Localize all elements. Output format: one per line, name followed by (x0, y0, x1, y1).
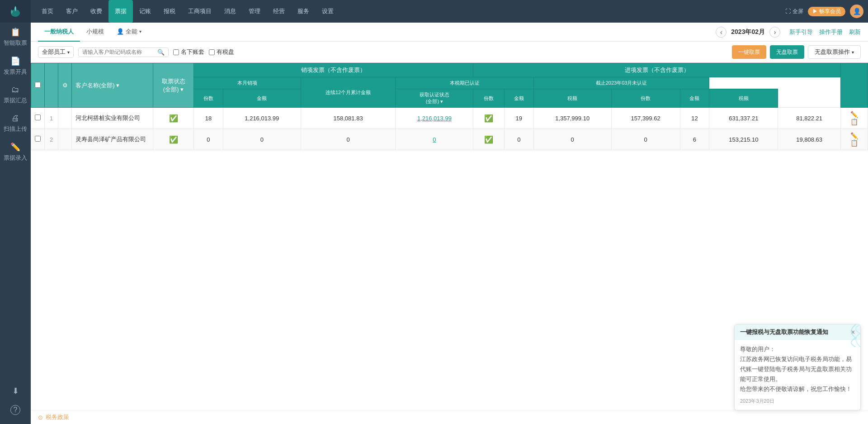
sidebar-item-scan-upload[interactable]: 🖨 扫描上传 (0, 109, 31, 138)
th-this-month-sales: 本月销项 (194, 77, 301, 89)
fetch-status-icon: ✅ (169, 136, 178, 143)
filter-dropdown-icon: ▾ (67, 50, 70, 55)
row-fetch-status: ✅ (153, 129, 194, 150)
invoice-summary-icon: 🗂 (11, 85, 19, 95)
row-client-name: 灵寿县尚泽矿产品有限公司 (72, 129, 153, 150)
top-navigation: 首页 客户 收费 票据 记账 报税 工商项目 消息 管理 经营 服务 设置 ⛶ … (31, 0, 868, 23)
tab-right-actions: 新手引导 操作手册 刷新 (789, 28, 861, 36)
nav-tax[interactable]: 报税 (157, 0, 182, 23)
row-sales-tax: 0 (301, 129, 396, 150)
row-settings (58, 108, 72, 129)
fullscreen-btn[interactable]: ⛶ 全屏 (785, 8, 803, 15)
row-purchase-tax: 0 (611, 129, 680, 150)
prev-month-btn[interactable]: ‹ (716, 27, 726, 38)
employee-filter[interactable]: 全部员工 ▾ (38, 46, 74, 58)
no-disk-op-btn[interactable]: 无盘取票操作 ▾ (808, 45, 861, 59)
vip-btn[interactable]: ▶ 畅享会员 (808, 7, 845, 16)
row-checkbox[interactable] (31, 129, 45, 150)
sidebar-item-download[interactable]: ⬇ (0, 381, 31, 400)
manual-btn[interactable]: 操作手册 (819, 28, 843, 36)
search-icon[interactable]: 🔍 (157, 49, 165, 56)
logo (0, 0, 31, 23)
row-confirm-status: ✅ (473, 129, 504, 150)
notify-body: 尊敬的用户：江苏政务网已恢复访问电子税务局功能，易代账一键登陆电子税务局与无盘取… (735, 340, 860, 410)
th-client-name[interactable]: 客户名称(全部) ▾ (72, 63, 153, 108)
fetch-status-icon: ✅ (169, 114, 178, 122)
search-wrap: 🔍 (78, 48, 169, 57)
nav-message[interactable]: 消息 (218, 0, 242, 23)
month-navigator: ‹ 2023年02月 › (716, 27, 780, 38)
th-fetch-status[interactable]: 取票状态(全部) ▾ (153, 63, 194, 108)
view-icon[interactable]: 📋 (850, 139, 858, 147)
scan-upload-icon: 🖨 (11, 114, 19, 123)
row-unconfirm-count: 6 (680, 129, 709, 150)
nav-collection[interactable]: 收费 (84, 0, 108, 23)
download-icon: ⬇ (12, 386, 19, 396)
toolbar-buttons: 一键取票 无盘取票 无盘取票操作 ▾ (732, 45, 861, 59)
sidebar-item-invoice-summary[interactable]: 🗂 票据汇总 (0, 81, 31, 109)
nav-settings[interactable]: 设置 (316, 0, 340, 23)
th-sales-count: 份数 (194, 89, 223, 108)
data-entry-icon: ✏️ (10, 142, 20, 152)
select-all-checkbox[interactable] (35, 82, 41, 88)
smart-fetch-icon: 📋 (10, 27, 20, 37)
toolbar: 全部员工 ▾ 🔍 名下账套 有税盘 一键取票 无盘取票 无盘取票操作 ▾ (31, 42, 868, 63)
sidebar-item-smart-fetch[interactable]: 📋 智能取票 (0, 23, 31, 52)
row-purchase-amount: 0 (533, 129, 611, 150)
nav-service[interactable]: 服务 (291, 0, 316, 23)
confirm-status-icon: ✅ (484, 114, 493, 122)
nav-bookkeeping[interactable]: 记账 (133, 0, 157, 23)
row-unconfirm-tax: 81,822.21 (778, 108, 841, 129)
row-settings (58, 129, 72, 150)
row-purchase-count: 0 (504, 129, 533, 150)
user-avatar[interactable]: 👤 (850, 5, 863, 18)
tax-policy-bar[interactable]: ⊙ 税务政策 (31, 410, 868, 424)
sidebar-item-data-entry[interactable]: ✏️ 票据录入 (0, 138, 31, 167)
row-unconfirm-count: 12 (680, 108, 709, 129)
nav-operation[interactable]: 经营 (267, 0, 291, 23)
nav-client[interactable]: 客户 (60, 0, 84, 23)
tab-general[interactable]: 一般纳税人 (38, 23, 80, 42)
row-no: 2 (45, 129, 58, 150)
edit-icon[interactable]: ✏️ (850, 132, 858, 139)
row-fetch-status: ✅ (153, 108, 194, 129)
th-purchase-group: 进项发票（不含作废票） (473, 63, 841, 77)
confirm-status-icon: ✅ (484, 136, 493, 143)
sidebar-item-help[interactable]: ? (0, 400, 31, 419)
row-confirm-status: ✅ (473, 108, 504, 129)
notify-close-btn[interactable]: × (851, 329, 855, 336)
sidebar: 📋 智能取票 📄 发票开具 🗂 票据汇总 🖨 扫描上传 ✏️ 票据录入 ⬇ ? (0, 0, 31, 424)
refresh-btn[interactable]: 刷新 (849, 28, 861, 36)
th-cumulative: 连续12个月累计金额 (301, 77, 396, 108)
row-no: 1 (45, 108, 58, 129)
table-row: 2 灵寿县尚泽矿产品有限公司 ✅ 0 0 0 0 ✅ 0 0 0 6 153,2… (31, 129, 868, 150)
view-icon[interactable]: 📋 (850, 118, 858, 125)
th-unconfirm-tax: 税额 (709, 89, 778, 108)
new-guide-btn[interactable]: 新手引导 (789, 28, 813, 36)
tab-all[interactable]: 👤 全能 ▾ (110, 23, 148, 42)
nav-invoice[interactable]: 票据 (108, 0, 133, 23)
th-purchase-tax: 税额 (533, 89, 611, 108)
sidebar-item-invoice-open[interactable]: 📄 发票开具 (0, 52, 31, 81)
nav-manage[interactable]: 管理 (242, 0, 267, 23)
sub-account-checkbox[interactable]: 名下账套 (173, 48, 204, 56)
next-month-btn[interactable]: › (769, 27, 780, 38)
th-confirm-status[interactable]: 获取认证状态(全部) ▾ (396, 89, 473, 108)
invoice-table: ⚙ 客户名称(全部) ▾ 取票状态(全部) ▾ 销项发票（不含作废票） 进项发票… (31, 63, 868, 150)
row-unconfirm-amount: 153,215.10 (709, 129, 778, 150)
row-purchase-count: 19 (504, 108, 533, 129)
tab-small[interactable]: 小规模 (80, 23, 110, 42)
row-purchase-amount: 1,357,999.10 (533, 108, 611, 129)
nav-business[interactable]: 工商项目 (182, 0, 218, 23)
no-disk-fetch-btn[interactable]: 无盘取票 (770, 45, 804, 59)
nav-home[interactable]: 首页 (35, 0, 60, 23)
one-key-fetch-btn[interactable]: 一键取票 (732, 45, 766, 59)
edit-icon[interactable]: ✏️ (850, 111, 858, 118)
row-cumulative[interactable]: 1,216,013.99 (396, 108, 473, 129)
tax-disk-checkbox[interactable]: 有税盘 (209, 48, 234, 56)
row-checkbox[interactable] (31, 108, 45, 129)
th-purchase-count: 份数 (473, 89, 504, 108)
search-input[interactable] (82, 49, 155, 55)
tab-all-icon: 👤 (117, 28, 124, 35)
row-cumulative[interactable]: 0 (396, 129, 473, 150)
